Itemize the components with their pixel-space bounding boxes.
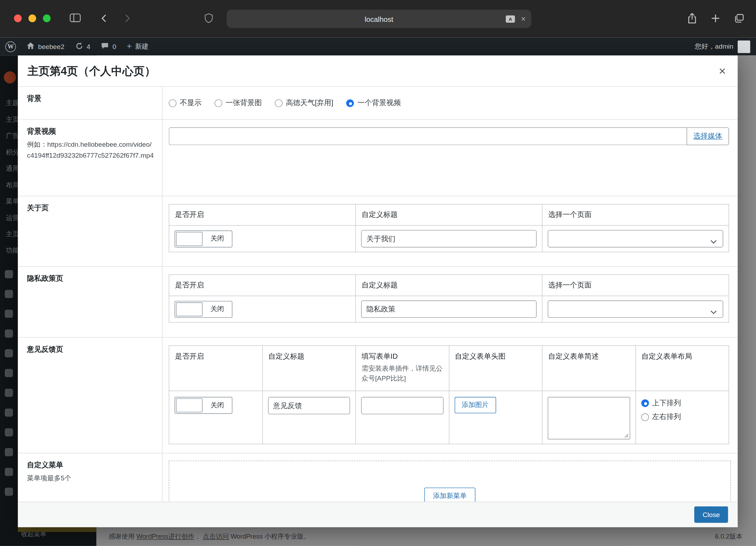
feedback-page-row: 意见反馈页 是否开启 自定义标题 填写表单ID 需安装表单插件，详情见公众号[A… [18,338,738,453]
update-icon [75,42,83,51]
feedback-page-table: 是否开启 自定义标题 填写表单ID 需安装表单插件，详情见公众号[APP比比] … [169,345,729,444]
form-id-input[interactable] [361,397,443,414]
url-text: localhost [365,15,393,23]
column-header: 选择一个页面 [542,275,729,296]
custom-menu-hint: 菜单项最多5个 [27,473,154,484]
close-icon[interactable]: ✕ [718,65,726,76]
about-page-row: 关于页 是否开启 自定义标题 选择一个页面 关闭 [18,196,738,267]
about-enable-toggle[interactable]: 关闭 [175,230,232,247]
video-url-input[interactable] [169,127,687,145]
comment-count: 0 [112,43,116,50]
privacy-page-row: 隐私政策页 是否开启 自定义标题 选择一个页面 关闭 [18,267,738,338]
radio-option[interactable]: 不显示 [169,98,202,108]
plus-icon: + [127,42,132,50]
screen: localhost A ✕ W beebee2 [0,0,756,546]
new-tab-icon[interactable] [711,13,720,25]
column-header: 是否开启 [169,346,262,391]
feedback-page-label: 意见反馈页 [27,345,63,353]
column-header: 自定义标题 [355,204,542,225]
radio-option[interactable]: 左右排列 [641,412,723,421]
form-summary-textarea[interactable] [548,397,630,439]
privacy-title-input[interactable]: 隐私政策 [361,301,537,318]
radio-icon[interactable] [169,99,177,107]
chevron-down-icon [710,237,717,246]
radio-option[interactable]: 上下排列 [641,398,723,407]
column-header: 选择一个页面 [542,204,729,225]
about-page-label: 关于页 [27,204,49,212]
address-bar[interactable]: localhost A ✕ [227,10,531,28]
modal-footer: Close [18,502,738,527]
wp-logo-menu[interactable]: W [0,38,21,56]
privacy-page-select[interactable] [548,301,723,318]
new-content-menu[interactable]: + 新建 [122,38,154,56]
form-id-hint: 需安装表单插件，详情见公众号[APP比比] [362,364,443,383]
site-menu[interactable]: beebee2 [21,38,69,56]
privacy-page-table: 是否开启 自定义标题 选择一个页面 关闭 隐私政策 [169,274,729,323]
resize-handle-icon [623,433,628,438]
avatar[interactable] [738,40,750,53]
toggle-knob [176,232,202,246]
share-icon[interactable] [687,13,697,26]
custom-menu-row: 自定义菜单 菜单项最多5个 添加新菜单 [18,453,738,502]
radio-icon[interactable] [346,99,354,107]
column-header: 是否开启 [169,275,355,296]
select-media-button[interactable]: 选择媒体 [687,127,729,145]
custom-menu-label: 自定义菜单 [27,461,63,469]
background-video-row: 背景视频 例如：https://cdn.hellobeebee.com/vide… [18,120,738,196]
comment-icon [101,42,109,51]
home-icon [26,42,35,51]
chevron-down-icon [710,308,717,316]
radio-icon[interactable] [641,399,649,407]
modal-header: 主页第4页（个人中心页） ✕ [18,55,738,87]
radio-option[interactable]: 高德天气[弃用] [275,98,333,108]
toggle-knob [176,398,202,412]
close-button[interactable]: Close [694,506,728,523]
update-count: 4 [86,43,90,50]
zoom-window-button[interactable] [43,14,51,22]
column-header: 自定义标题 [262,346,356,391]
settings-modal: 主页第4页（个人中心页） ✕ 背景 不显示 一张背景图 [18,55,738,527]
about-title-input[interactable]: 关于我们 [361,230,537,247]
add-image-button[interactable]: 添加图片 [455,397,496,413]
privacy-shield-icon[interactable] [205,13,213,23]
radio-icon[interactable] [641,413,649,421]
radio-option[interactable]: 一张背景图 [214,98,262,108]
about-page-select[interactable] [548,230,723,247]
site-name: beebee2 [38,43,65,50]
toggle-knob [176,302,202,316]
column-header: 自定义标题 [355,275,542,296]
column-header: 是否开启 [169,204,355,225]
background-row: 背景 不显示 一张背景图 高德天气[弃用] [18,87,738,120]
background-video-label: 背景视频 [27,127,56,135]
radio-option[interactable]: 一个背景视频 [346,98,401,108]
tab-overview-icon[interactable] [734,13,744,25]
background-video-hint: 例如：https://cdn.hellobeebee.com/video/c41… [27,139,154,161]
privacy-enable-toggle[interactable]: 关闭 [175,301,232,318]
background-options: 不显示 一张背景图 高德天气[弃用] 一个背景视频 [169,87,729,119]
user-greeting[interactable]: 您好，admin [695,42,733,51]
column-header: 自定义表单头图 [449,346,542,391]
about-page-table: 是否开启 自定义标题 选择一个页面 关闭 关于我们 [169,204,729,252]
form-layout-options: 上下排列 左右排列 [641,397,723,421]
browser-titlebar: localhost A ✕ [0,0,756,38]
sidebar-toggle-icon[interactable] [69,13,81,23]
comments-menu[interactable]: 0 [96,38,122,56]
minimize-window-button[interactable] [29,14,36,22]
close-window-button[interactable] [14,14,22,22]
feedback-title-input[interactable]: 意见反馈 [268,397,350,414]
forward-icon[interactable] [122,13,132,23]
wp-admin-bar: W beebee2 4 0 + 新建 您好，admin [0,38,756,56]
translate-icon[interactable]: A [506,15,515,23]
radio-icon[interactable] [275,99,282,107]
radio-icon[interactable] [214,99,222,107]
background-label: 背景 [27,94,42,102]
updates-menu[interactable]: 4 [70,38,96,56]
clear-url-icon[interactable]: ✕ [521,15,526,23]
traffic-lights [14,14,51,22]
new-label: 新建 [135,42,148,51]
feedback-enable-toggle[interactable]: 关闭 [175,397,232,414]
wordpress-logo-icon: W [5,41,16,52]
column-header: 自定义表单布局 [635,346,729,391]
privacy-page-label: 隐私政策页 [27,274,63,282]
back-icon[interactable] [99,13,109,23]
